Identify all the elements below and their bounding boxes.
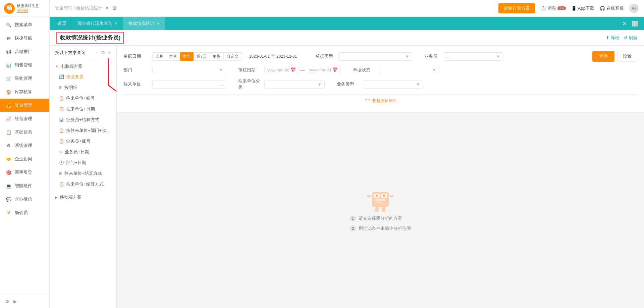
user-avatar[interactable]: Rit — [629, 4, 639, 13]
solution-item-by-salesperson[interactable]: 🔄 按业务员 — [50, 71, 116, 82]
counterparty-settlement2-icon: 📋 — [59, 182, 64, 187]
solution-item-counterparty-date[interactable]: 📋 往来单位+日期 — [50, 104, 116, 114]
solution-item-by-detail[interactable]: ⊞ 按明细 — [50, 82, 116, 93]
doc-type-label: 单据类型 — [316, 54, 333, 59]
scheme-settings-icon[interactable]: ⚙ — [101, 50, 105, 55]
message-button[interactable]: 📩 消息 99+ — [541, 5, 566, 11]
date-tab-last-month[interactable]: 上月 — [152, 52, 166, 61]
date-label: 单据日期 — [123, 53, 147, 59]
tab-collection-stats-close[interactable]: ✕ — [157, 21, 160, 26]
tab-bank-flow-close[interactable]: ✕ — [114, 21, 117, 26]
counterparty-account-icon: 📋 — [59, 96, 64, 101]
app-download-button[interactable]: 📱 App下载 — [571, 5, 594, 11]
layout-body: 按以下方案查询 + ⚙ « ▼ 电脑端方案 🔄 按业务员 ⊞ 按 — [50, 46, 644, 308]
date-tab-7-days[interactable]: 近7天 — [194, 52, 210, 61]
add-scheme-icon[interactable]: + — [96, 50, 98, 55]
finance-icon: 💰 — [5, 102, 12, 109]
solution-group-mobile-header[interactable]: ▶ 移动端方案 — [50, 192, 116, 202]
sidebar-item-basic-info[interactable]: 📋 基础信息 — [0, 125, 49, 139]
svg-rect-5 — [375, 202, 382, 203]
sidebar-settings-icon[interactable]: ⚙ — [5, 299, 9, 304]
counterparty-category-section: 往来单位分类 ▼ — [238, 78, 325, 90]
trial-button[interactable]: 体验行业方案 — [498, 3, 535, 13]
header-dropdown-icon[interactable]: ▼ — [105, 6, 109, 11]
sidebar-item-finance[interactable]: 💰 资金管理 — [0, 99, 49, 112]
counterparty-dots: ... — [219, 82, 223, 87]
filter-row-dept: 部门 ▼ 审核日期 yyyy-mm-dd 📅 — — [123, 66, 637, 74]
sidebar-item-member[interactable]: V 畅会员 — [0, 206, 49, 219]
page-header-actions: ⬆ 导出 ↺ 刷新 — [606, 35, 637, 41]
export-button[interactable]: ⬆ 导出 — [606, 35, 620, 41]
collapse-more-conditions[interactable]: ⌃⌃ 收起更多条件 — [123, 94, 637, 107]
svg-rect-6 — [367, 195, 371, 197]
sidebar-item-enterprise[interactable]: 🤝 企业协同 — [0, 152, 49, 166]
breadcrumb-area: 资金管理 / 收款情况统计 ▼ ⚙ — [55, 5, 494, 11]
review-date-start-input[interactable]: yyyy-mm-dd 📅 — [264, 66, 299, 74]
sidebar-item-wechat[interactable]: 💬 企业微信 — [0, 193, 49, 206]
sidebar-item-quick-nav[interactable]: ⊞ 快捷导航 — [0, 32, 49, 45]
sidebar-collapse-icon[interactable]: ▶ — [13, 299, 17, 304]
review-date-end-input[interactable]: yyyy-mm-dd 📅 — [306, 66, 340, 74]
solution-item-counterparty-settlement1[interactable]: ⊞ 往来单位+结算方式 — [50, 168, 116, 179]
header-gear-icon[interactable]: ⚙ — [112, 5, 117, 11]
solution-item-dept-date[interactable]: 🕐 部门+日期 — [50, 157, 116, 168]
solution-item-counterparty-settlement2[interactable]: 📋 往来单位+结算方式 — [50, 179, 116, 190]
doc-status-label: 单据状态 — [353, 67, 376, 73]
online-service-button[interactable]: 🎧 在线客服 — [600, 5, 624, 11]
sidebar-item-sales[interactable]: 📊 销售管理 — [0, 58, 49, 72]
right-panel: 单据日期 上月 本月 本年 近7天 更多 自定义 2023-01-01 至 20… — [117, 46, 644, 308]
solution-item-salesperson-settlement[interactable]: 📊 业务员+结算方式 — [50, 114, 116, 125]
solution-item-salesperson-date[interactable]: ⚙ 业务员+日期 — [50, 147, 116, 157]
sidebar-item-search-menu[interactable]: 🔍 搜索菜单 — [0, 18, 49, 32]
biz-type-select[interactable]: ▼ — [363, 80, 423, 89]
counterparty-category-chevron: ▼ — [317, 82, 322, 87]
counterparty-category-select[interactable]: ▼ — [264, 80, 325, 89]
biz-type-section: 业务类型 ▼ — [337, 80, 423, 89]
empty-steps-list: 1 请先选择要分析的方案 2 用过滤条件来缩小分析范围 — [350, 215, 411, 236]
solution-group-desktop-header[interactable]: ▼ 电脑端方案 — [50, 61, 116, 71]
setting-button[interactable]: 设置 — [617, 51, 637, 62]
counterparty-label: 往来单位 — [123, 81, 147, 87]
tab-home[interactable]: 首页 — [52, 17, 72, 30]
svg-point-10 — [376, 195, 378, 197]
dept-date-icon: 🕐 — [59, 160, 64, 165]
empty-robot-icon — [364, 185, 397, 215]
header-actions: 体验行业方案 📩 消息 99+ 📱 App下载 🎧 在线客服 Rit — [498, 3, 639, 13]
sidebar-item-marketing[interactable]: 📢 营销推广 — [0, 45, 49, 58]
tab-bank-flow[interactable]: 现金银行流水查询 ✕ — [72, 17, 123, 30]
calendar-icon-end: 📅 — [332, 67, 338, 72]
doc-type-select[interactable]: ▼ — [338, 52, 412, 61]
sidebar-item-guide[interactable]: 🎯 新手引导 — [0, 166, 49, 179]
date-range: 2023-01-01 至 2023-12-31 — [249, 54, 297, 59]
dept-select[interactable]: ▼ — [152, 66, 226, 74]
review-date-label: 审核日期 — [238, 67, 262, 73]
svg-rect-8 — [375, 207, 379, 212]
salesperson-dots: ... — [446, 54, 449, 59]
date-tab-more[interactable]: 更多 — [210, 52, 224, 61]
date-tab-this-month[interactable]: 本月 — [166, 52, 180, 61]
refresh-button[interactable]: ↺ 刷新 — [624, 35, 637, 41]
sidebar-item-system[interactable]: ⚙ 系统管理 — [0, 139, 49, 152]
sidebar-item-inventory[interactable]: 🏠 库存核算 — [0, 85, 49, 99]
doc-status-select[interactable]: ▼ — [379, 66, 439, 74]
solution-item-counterparty-dept[interactable]: 📋 按往来单位+部门+收... — [50, 125, 116, 136]
counterparty-select[interactable]: ... — [152, 80, 226, 89]
sidebar-logo: 畅 畅捷通好生意 标准版 — [0, 0, 49, 17]
collapse-panel-icon[interactable]: « — [108, 50, 111, 56]
empty-step-1: 1 请先选择要分析的方案 — [350, 215, 411, 221]
tab-maximize-window[interactable]: ⬜ — [629, 20, 641, 27]
salesperson-select[interactable]: ... ▼ — [443, 52, 503, 61]
query-button[interactable]: 查询 — [592, 51, 614, 62]
sidebar-item-purchase[interactable]: 🛒 采购管理 — [0, 72, 49, 85]
date-tab-this-year[interactable]: 本年 — [180, 52, 194, 61]
solution-item-counterparty-account[interactable]: 📋 往来单位+账号 — [50, 93, 116, 104]
tab-collection-stats[interactable]: 收款情况统计 ✕ — [123, 17, 165, 30]
export-icon: ⬆ — [606, 35, 609, 40]
sidebar-item-hardware[interactable]: 💻 智能硬件 — [0, 179, 49, 193]
solution-item-salesperson-account[interactable]: 📋 业务员+账号 — [50, 136, 116, 147]
tab-close-window[interactable]: ✕ — [620, 20, 629, 27]
doc-type-section: 单据类型 — [316, 53, 333, 59]
sidebar-nav: 🔍 搜索菜单 ⊞ 快捷导航 📢 营销推广 📊 销售管理 🛒 采购管理 🏠 库存核… — [0, 17, 49, 295]
date-tab-custom[interactable]: 自定义 — [223, 52, 241, 61]
sidebar-item-operations[interactable]: 📈 经营管理 — [0, 112, 49, 125]
